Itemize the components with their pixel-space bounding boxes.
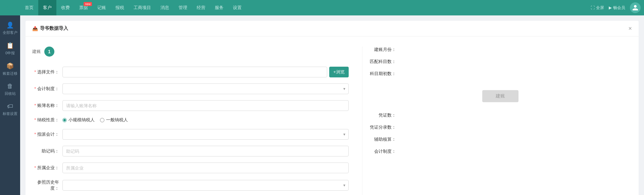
select-file-label: * 选择文件： (32, 69, 62, 75)
reference-year-row: 参照历史年度： (32, 179, 349, 191)
small-scale-label: 小规模纳税人 (68, 117, 95, 123)
nav-item-设置[interactable]: 设置 (228, 0, 246, 15)
user-avatar[interactable] (630, 2, 641, 13)
nav-right: ⛶ 全屏 ▶ 畅会员 (591, 2, 641, 13)
accounting-system-wrapper (62, 83, 349, 94)
assign-accountant-label: * 指派会计： (32, 131, 62, 137)
accounting-system-row: * 会计制度： (32, 83, 349, 94)
right-accounting-system-row: 会计制度： (369, 148, 632, 154)
memo-code-row: 助记码： (32, 146, 349, 156)
small-scale-taxpayer-option[interactable]: 小规模纳税人 (62, 117, 95, 123)
affiliated-company-row: * 所属企业： (32, 162, 349, 173)
build-btn-wrapper: 建账 (369, 83, 632, 102)
user-icon (632, 4, 639, 11)
vip-btn[interactable]: ▶ 畅会员 (609, 5, 625, 11)
recycle-icon: 🗑 (7, 83, 13, 90)
form-body: 建账 1 * 选择文件： +浏览 (26, 37, 639, 195)
voucher-count-label: 凭证数： (369, 112, 399, 118)
memo-code-input[interactable] (62, 146, 349, 156)
logo-text: EaRP (1, 4, 18, 11)
import-icon: 📤 (32, 26, 38, 31)
play-icon: ▶ (609, 5, 612, 10)
sidebar-item-all-clients[interactable]: 👤 全部客户 (1, 19, 19, 38)
build-month-row: 建账月份： (369, 47, 632, 53)
match-subjects-label: 匹配科目数： (369, 59, 399, 65)
assign-accountant-select[interactable] (62, 129, 349, 140)
reference-year-select[interactable] (62, 180, 349, 191)
match-subjects-row: 匹配科目数： (369, 59, 632, 65)
nav-item-消息[interactable]: 消息 (156, 0, 174, 15)
form-panel-header: 📤 导爷数据导入 × (26, 21, 639, 37)
sidebar-item-label-all-clients: 全部客户 (3, 30, 17, 35)
tax-nature-radio-group: 小规模纳税人 一般纳税人 (62, 117, 349, 123)
fullscreen-label: 全屏 (596, 5, 604, 11)
auxiliary-accounting-label: 辅助核算： (369, 136, 399, 142)
file-input-group: +浏览 (62, 67, 349, 77)
sidebar-item-tag-settings[interactable]: 🏷 标签设置 (1, 100, 19, 119)
subject-opening-row: 科目期初数： (369, 71, 632, 77)
top-navigation: EaRP 首页客户收费票据new记账报税工商项目消息管理经营服务设置 ⛶ 全屏 … (0, 0, 644, 15)
file-input[interactable] (62, 67, 327, 77)
build-button[interactable]: 建账 (482, 90, 518, 102)
ledger-name-input[interactable] (62, 100, 349, 111)
ledger-name-label: * 账簿名称： (32, 103, 62, 109)
app-logo[interactable]: EaRP (3, 1, 17, 14)
tax-nature-label: * 纳税性质： (32, 117, 62, 123)
account-migration-icon: 📦 (6, 62, 14, 70)
nav-item-经营[interactable]: 经营 (192, 0, 210, 15)
nav-item-报税[interactable]: 报税 (111, 0, 129, 15)
build-month-label: 建账月份： (369, 47, 399, 53)
nav-badge-票据: new (84, 2, 92, 6)
all-clients-icon: 👤 (6, 21, 14, 29)
nav-item-首页[interactable]: 首页 (20, 0, 38, 15)
step-indicator: 建账 1 (32, 47, 349, 57)
step-circle: 1 (44, 47, 54, 57)
reference-year-label: 参照历史年度： (32, 179, 62, 191)
close-button[interactable]: × (628, 25, 632, 31)
step-label: 建账 (32, 49, 41, 55)
assign-accountant-wrapper (62, 129, 349, 140)
nav-item-收费[interactable]: 收费 (56, 0, 75, 15)
memo-code-label: 助记码： (32, 148, 62, 154)
form-right: 建账月份： 匹配科目数： 科目期初数： 建账 (362, 47, 632, 195)
nav-item-票据[interactable]: 票据new (75, 0, 93, 15)
voucher-count-row: 凭证数： (369, 112, 632, 118)
tax-nature-row: * 纳税性质： 小规模纳税人 一般纳税人 (32, 117, 349, 123)
fullscreen-btn[interactable]: ⛶ 全屏 (591, 5, 604, 11)
form-left: 建账 1 * 选择文件： +浏览 (32, 47, 362, 195)
voucher-entries-label: 凭证分录数： (369, 124, 399, 130)
accounting-system-select[interactable] (62, 83, 349, 94)
vip-label: 畅会员 (613, 5, 625, 11)
subject-opening-label: 科目期初数： (369, 71, 399, 77)
general-taxpayer-radio[interactable] (100, 118, 104, 122)
panel-title-text: 导爷数据导入 (40, 25, 68, 31)
sidebar-item-label-recycle: 回收站 (5, 91, 16, 96)
nav-item-工商项目[interactable]: 工商项目 (129, 0, 156, 15)
sidebar-item-label-declaration: 0申报 (5, 51, 15, 56)
accounting-system-label: * 会计制度： (32, 86, 62, 92)
fullscreen-icon: ⛶ (591, 5, 595, 10)
affiliated-company-input[interactable] (62, 162, 349, 173)
nav-item-服务[interactable]: 服务 (210, 0, 228, 15)
nav-item-记账[interactable]: 记账 (93, 0, 111, 15)
voucher-entries-row: 凭证分录数： (369, 124, 632, 130)
sidebar-item-account-migration[interactable]: 📦 账套迁移 (1, 60, 19, 79)
nav-item-管理[interactable]: 管理 (174, 0, 192, 15)
sidebar: 👤 全部客户 📋 0申报 📦 账套迁移 🗑 回收站 🏷 标签设置 (0, 15, 20, 195)
main-layout: 👤 全部客户 📋 0申报 📦 账套迁移 🗑 回收站 🏷 标签设置 📤 导爷数据导… (0, 15, 644, 195)
general-taxpayer-label: 一般纳税人 (106, 117, 128, 123)
sidebar-item-declaration[interactable]: 📋 0申报 (1, 39, 19, 58)
general-taxpayer-option[interactable]: 一般纳税人 (100, 117, 128, 123)
reference-year-wrapper (62, 180, 349, 191)
sidebar-item-recycle[interactable]: 🗑 回收站 (1, 80, 19, 99)
assign-accountant-row: * 指派会计： (32, 129, 349, 140)
browse-button[interactable]: +浏览 (329, 67, 349, 77)
sidebar-item-label-tag-settings: 标签设置 (3, 111, 17, 116)
nav-items: 首页客户收费票据new记账报税工商项目消息管理经营服务设置 (20, 0, 591, 15)
small-scale-radio[interactable] (62, 118, 67, 122)
auxiliary-accounting-row: 辅助核算： (369, 136, 632, 142)
content-area: 📤 导爷数据导入 × 建账 1 * 选择文件： (20, 15, 644, 195)
nav-item-客户[interactable]: 客户 (38, 0, 56, 15)
tag-settings-icon: 🏷 (7, 103, 13, 110)
select-file-row: * 选择文件： +浏览 (32, 67, 349, 77)
